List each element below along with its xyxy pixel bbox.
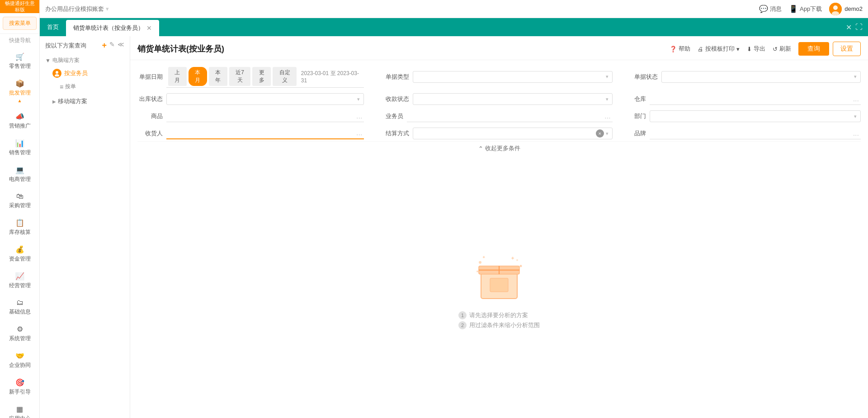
sidebar-item-basic[interactable]: 🗂 基础信息 <box>0 294 39 320</box>
staff-dots[interactable]: ... <box>604 112 610 120</box>
message-label: 消息 <box>770 5 782 13</box>
pc-scheme-title: 电脑端方案 <box>52 57 80 64</box>
date-btn-custom[interactable]: 自定义 <box>273 67 296 86</box>
close-tab-icon[interactable]: ✕ <box>146 24 152 32</box>
payment-select[interactable]: ▾ <box>413 93 612 105</box>
settlement-clear-icon[interactable]: × <box>596 129 604 138</box>
goods-label: 商品 <box>137 112 163 120</box>
sidebar-item-ecommerce[interactable]: 💻 电商管理 <box>0 161 39 188</box>
page-right-actions: ❓ 帮助 🖨 按模板打印 ▾ ⬇ 导出 ↺ <box>666 42 861 56</box>
delivery-select[interactable]: ▾ <box>166 93 364 105</box>
recipient-input[interactable]: ... <box>166 128 364 139</box>
settings-button[interactable]: 设置 <box>833 42 861 56</box>
template-print-button[interactable]: 🖨 按模板打印 ▾ <box>694 43 743 55</box>
search-menu-button[interactable]: 搜索菜单 <box>3 17 37 30</box>
svg-rect-9 <box>490 278 508 292</box>
settlement-select[interactable]: × ▾ <box>413 128 612 139</box>
pc-scheme-group: ▼ 电脑端方案 按业务员 ≡ 按单 <box>40 53 130 95</box>
quick-nav-label: 快捷导航 <box>0 34 39 46</box>
operations-icon: 📈 <box>15 272 24 280</box>
tab-home[interactable]: 首页 <box>40 18 66 36</box>
sidebar-item-label-apps: 应用中心 <box>9 415 31 418</box>
sidebar-item-label-system: 系统管理 <box>9 335 31 342</box>
filter-staff-group: 业务员 ... <box>382 110 616 122</box>
docstatus-arrow: ▾ <box>854 74 857 80</box>
print-arrow-icon: ▾ <box>736 46 740 52</box>
export-label: 导出 <box>754 45 765 53</box>
sidebar-item-wholesale[interactable]: 📦 批发管理 ▲ <box>0 75 39 108</box>
goods-dots[interactable]: ... <box>356 112 362 120</box>
sidebar-item-retail[interactable]: 🛒 零售管理 <box>0 48 39 75</box>
collapse-scheme-icon[interactable]: ≪ <box>118 41 124 50</box>
date-btn-this-month[interactable]: 本月 <box>189 67 207 86</box>
docstatus-label: 单据状态 <box>634 73 658 81</box>
tab-sales-stat[interactable]: 销货单统计表（按业务员） ✕ <box>66 20 159 36</box>
print-icon: 🖨 <box>698 46 703 52</box>
date-btn-this-year[interactable]: 本年 <box>209 67 227 86</box>
message-icon: 💬 <box>759 5 768 13</box>
sidebar-item-newbie[interactable]: 🎯 新手引导 <box>0 374 39 400</box>
breadcrumb-arrow: ▾ <box>106 5 109 12</box>
ecommerce-icon: 💻 <box>15 166 24 174</box>
collapse-bar[interactable]: ⌃ 收起更多条件 <box>137 141 861 155</box>
sidebar-item-purchase[interactable]: 🛍 采购管理 <box>0 188 39 214</box>
maximize-icon[interactable]: ⛶ <box>855 23 863 31</box>
doctype-select[interactable]: ▾ <box>413 71 612 83</box>
brand-input[interactable]: ... <box>650 128 861 139</box>
staff-input[interactable]: ... <box>407 110 612 122</box>
purchase-icon: 🛍 <box>16 192 24 200</box>
sidebar-item-label-newbie: 新手引导 <box>9 388 31 396</box>
export-button[interactable]: ⬇ 导出 <box>743 43 769 55</box>
sales-icon: 📊 <box>15 139 24 147</box>
sidebar-item-inventory[interactable]: 📋 库存核算 <box>0 214 39 241</box>
sidebar-item-operations[interactable]: 📈 经营管理 <box>0 267 39 294</box>
close-window-icon[interactable]: ✕ <box>846 23 852 32</box>
goods-input[interactable]: ... <box>166 110 364 122</box>
dept-select[interactable]: ▾ <box>650 110 861 122</box>
scheme-item-by-staff[interactable]: 按业务员 <box>40 66 130 81</box>
brand-dots[interactable]: ... <box>853 129 859 138</box>
message-button[interactable]: 💬 消息 <box>759 5 782 13</box>
main-area: 办公用品行业模拟账套 ▾ 💬 消息 📱 App下载 de <box>40 0 868 418</box>
person-icon <box>54 70 60 76</box>
sidebar-item-label-wholesale: 批发管理 <box>9 89 31 97</box>
warehouse-dots[interactable]: ... <box>853 95 859 103</box>
dept-label: 部门 <box>634 112 646 120</box>
user-menu[interactable]: demo2 <box>829 3 863 15</box>
refresh-button[interactable]: ↺ 刷新 <box>769 43 795 55</box>
payment-arrow: ▾ <box>606 96 609 102</box>
edit-scheme-icon[interactable]: ✎ <box>109 41 115 50</box>
delivery-label: 出库状态 <box>137 95 163 103</box>
docstatus-select[interactable]: ▾ <box>661 71 861 83</box>
scheme-subitem-order[interactable]: ≡ 按单 <box>40 81 130 93</box>
date-btn-more[interactable]: 更多 <box>252 67 271 86</box>
topbar: 办公用品行业模拟账套 ▾ 💬 消息 📱 App下载 de <box>40 0 868 18</box>
warehouse-input[interactable]: ... <box>650 93 861 105</box>
sidebar-item-marketing[interactable]: 📣 营销推广 <box>0 108 39 134</box>
mobile-scheme-group[interactable]: ▶ 移动端方案 <box>40 95 130 108</box>
username-label: demo2 <box>844 5 863 12</box>
svg-point-10 <box>479 261 481 264</box>
date-btn-last-month[interactable]: 上月 <box>168 67 187 86</box>
sidebar-item-apps[interactable]: ▦ 应用中心 <box>0 400 39 418</box>
recipient-dots[interactable]: ... <box>356 129 362 137</box>
app-download-button[interactable]: 📱 App下载 <box>789 5 822 13</box>
sidebar-item-enterprise[interactable]: 🤝 企业协同 <box>0 347 39 374</box>
query-button[interactable]: 查询 <box>798 42 829 56</box>
sidebar-item-finance[interactable]: 💰 资金管理 <box>0 241 39 267</box>
date-btn-7days[interactable]: 近7天 <box>229 67 250 86</box>
page-header: 销货单统计表(按业务员) ❓ 帮助 🖨 按模板打印 ▾ ⬇ <box>130 36 868 60</box>
package-svg: ✦ ✦ <box>472 249 526 303</box>
page-title: 销货单统计表(按业务员) <box>137 43 224 54</box>
sidebar-item-system[interactable]: ⚙ 系统管理 <box>0 320 39 347</box>
chevron-icon-wholesale: ▲ <box>18 98 22 103</box>
add-scheme-icon[interactable]: + <box>102 41 107 50</box>
filter-docstatus-group: 单据状态 ▾ <box>631 71 861 83</box>
sidebar-item-label-purchase: 采购管理 <box>9 202 31 209</box>
sidebar-item-sales[interactable]: 📊 销售管理 <box>0 134 39 161</box>
delivery-arrow: ▾ <box>357 96 360 102</box>
help-button[interactable]: ❓ 帮助 <box>666 43 694 55</box>
pc-scheme-label[interactable]: ▼ 电脑端方案 <box>40 55 130 66</box>
svg-text:✦: ✦ <box>482 255 486 260</box>
filter-recipient-group: 收货人 ... <box>137 128 368 139</box>
